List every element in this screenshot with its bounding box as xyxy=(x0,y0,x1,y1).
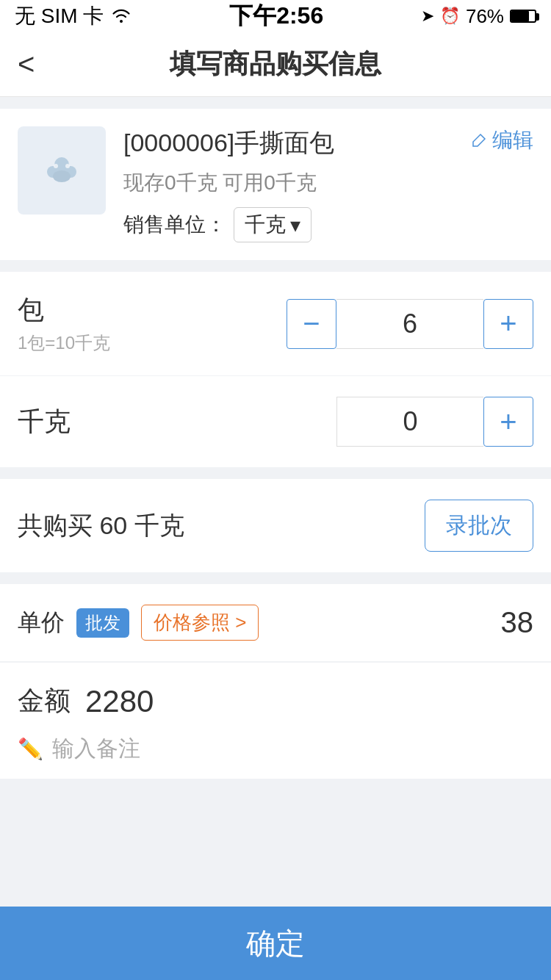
amount-section: 金额 2280 ✏️ 输入备注 xyxy=(0,663,551,779)
bao-minus-button[interactable]: − xyxy=(287,299,336,349)
back-button[interactable]: < xyxy=(18,48,35,81)
kg-controls: + xyxy=(336,397,533,447)
product-name: [0000006]手撕面包 xyxy=(123,126,334,160)
price-section: 单价 批发 价格参照 > 38 xyxy=(0,584,551,661)
bao-controls: − + xyxy=(287,299,533,349)
product-image xyxy=(18,126,106,215)
price-value: 38 xyxy=(501,606,534,639)
pencil-icon: ✏️ xyxy=(18,737,43,761)
amount-row: 金额 2280 xyxy=(18,683,533,719)
remark-placeholder: 输入备注 xyxy=(52,734,140,764)
svg-point-4 xyxy=(54,164,58,168)
product-info: [0000006]手撕面包 编辑 现存0千克 可用0千克 销售单位： 千克 ▾ xyxy=(123,126,533,242)
kg-input[interactable] xyxy=(336,397,483,447)
product-stock: 现存0千克 可用0千克 xyxy=(123,169,533,197)
battery-text: 76% xyxy=(466,5,504,28)
status-time: 下午2:56 xyxy=(229,0,323,32)
status-bar: 无 SIM 卡 下午2:56 ➤ ⏰ 76% xyxy=(0,0,551,32)
summary-section: 共购买 60 千克 录批次 xyxy=(0,479,551,572)
amount-value: 2280 xyxy=(85,684,154,719)
amount-label: 金额 xyxy=(18,683,71,719)
page-title: 填写商品购买信息 xyxy=(170,46,381,82)
unit-select[interactable]: 千克 ▾ xyxy=(234,207,311,242)
price-label: 单价 xyxy=(18,607,65,639)
bao-plus-button[interactable]: + xyxy=(483,299,533,349)
chevron-down-icon: ▾ xyxy=(290,213,300,237)
battery-icon xyxy=(510,10,536,23)
nav-bar: < 填写商品购买信息 xyxy=(0,32,551,97)
summary-text: 共购买 60 千克 xyxy=(18,509,184,543)
product-unit: 销售单位： 千克 ▾ xyxy=(123,207,533,242)
confirm-button[interactable]: 确定 xyxy=(0,907,551,980)
record-batch-button[interactable]: 录批次 xyxy=(425,500,533,552)
bao-input[interactable] xyxy=(336,299,483,349)
bao-row: 包 1包=10千克 − + xyxy=(0,272,551,376)
kg-plus-button[interactable]: + xyxy=(483,397,533,447)
wifi-icon xyxy=(111,4,132,28)
product-section: [0000006]手撕面包 编辑 现存0千克 可用0千克 销售单位： 千克 ▾ xyxy=(0,109,551,260)
status-right: ➤ ⏰ 76% xyxy=(421,5,536,28)
edit-button[interactable]: 编辑 xyxy=(470,126,533,154)
no-sim-text: 无 SIM 卡 xyxy=(15,2,104,30)
price-row: 单价 批发 价格参照 > 38 xyxy=(18,605,533,641)
alarm-icon: ⏰ xyxy=(440,7,460,26)
remark-row[interactable]: ✏️ 输入备注 xyxy=(18,734,533,764)
svg-point-5 xyxy=(65,164,70,168)
status-left: 无 SIM 卡 xyxy=(15,2,132,30)
bao-label: 包 1包=10千克 xyxy=(18,292,165,355)
price-tag: 批发 xyxy=(76,608,129,638)
price-ref-button[interactable]: 价格参照 > xyxy=(141,605,259,641)
location-icon: ➤ xyxy=(421,7,434,26)
kg-row: 千克 + xyxy=(0,376,551,467)
quantity-section: 包 1包=10千克 − + 千克 + xyxy=(0,272,551,467)
svg-point-3 xyxy=(53,170,71,182)
kg-label: 千克 xyxy=(18,404,165,440)
